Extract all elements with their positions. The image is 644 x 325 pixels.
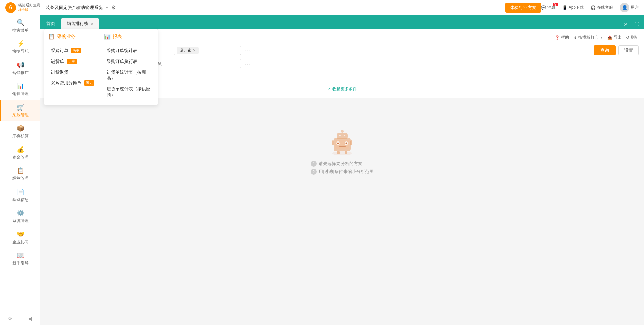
sidebar-item-purchase[interactable]: 🛒 采购管理 (0, 100, 40, 121)
user-avatar: 👤 (620, 3, 629, 12)
salesman-select[interactable] (174, 59, 241, 68)
salesman-more[interactable]: ··· (245, 61, 251, 66)
dropdown-divider (101, 33, 101, 100)
user-item[interactable]: 👤 用户 (620, 3, 639, 12)
settings-button[interactable]: 设置 (618, 45, 639, 55)
system-title-arrow[interactable]: ▼ (105, 6, 109, 9)
online-service-label: 在线客服 (597, 5, 613, 10)
goods-tag-close[interactable]: ✕ (193, 48, 196, 53)
user-label: 用户 (631, 5, 639, 10)
dropdown-inbound[interactable]: 进货单 历史 (48, 56, 98, 67)
purchase-order-label: 采购订单 (51, 48, 68, 54)
goods-select[interactable]: 设计素 ✕ (174, 46, 241, 55)
hint-num-2: 2 (311, 169, 317, 175)
trial-button[interactable]: 体验行业方案 (505, 3, 541, 13)
collapse-icon: ∧ (328, 87, 331, 91)
report-3-label: 进货单统计表（按商品） (107, 69, 151, 81)
sidebar-item-operation[interactable]: 📋 经营管理 (0, 164, 40, 185)
sidebar-item-sales[interactable]: 📊 销售管理 (0, 79, 40, 100)
sidebar-settings-btn[interactable]: ⚙ (0, 312, 20, 325)
message-icon: 💬 (541, 5, 546, 10)
purchase-header-label: 采购业务 (57, 34, 76, 40)
sidebar: 🔍 搜索菜单 ⚡ 快捷导航 📢 营销推广 📊 销售管理 🛒 采购管理 📦 库存核… (0, 15, 40, 325)
refresh-btn[interactable]: ↺ 刷新 (626, 35, 639, 40)
export-icon: 📤 (607, 35, 612, 40)
report-2-label: 采购订单执行表 (107, 58, 137, 65)
refresh-icon: ↺ (626, 35, 629, 40)
tab-home[interactable]: 首页 (41, 18, 61, 29)
system-title-area: 装备及固定资产辅助管理系统 ▼ ⚙ (46, 4, 505, 11)
hint-num-1: 1 (311, 161, 317, 167)
dropdown-report-4[interactable]: 进货单统计表（按供应商） (104, 84, 154, 100)
empty-state: 1 请先选择要分析的方案 2 用[过滤]条件来缩小分析范围 (40, 99, 644, 204)
sidebar-item-cooperation[interactable]: 🤝 企业协同 (0, 227, 40, 248)
help-label: 帮助 (561, 35, 569, 40)
help-icon: ❓ (554, 35, 560, 40)
operation-icon: 📋 (17, 167, 24, 174)
svg-rect-11 (345, 151, 347, 154)
sidebar-label-cooperation: 企业协同 (12, 239, 29, 245)
goods-more[interactable]: ··· (245, 48, 251, 53)
help-btn[interactable]: ❓ 帮助 (554, 35, 569, 40)
export-btn[interactable]: 📤 导出 (607, 35, 622, 40)
svg-point-13 (341, 130, 344, 133)
message-item[interactable]: 💬 消息 9 (541, 5, 556, 10)
avatar-icon: 👤 (622, 5, 628, 10)
message-badge: 9 (553, 3, 558, 6)
guide-icon: 📖 (17, 252, 24, 259)
dropdown-purchase-col: 📋 采购业务 采购订单 历史 进货单 历史 进货退货 采购费用分摊单 历史 (48, 33, 98, 100)
logo-badge: 标准版 (18, 8, 40, 12)
sidebar-item-marketing[interactable]: 📢 营销推广 (0, 58, 40, 79)
sidebar-label-inventory: 库存核算 (12, 133, 29, 139)
sidebar-label-finance: 资金管理 (12, 155, 29, 160)
print-btn[interactable]: 🖨 按模板打印 ▼ (573, 35, 603, 40)
tab-home-label: 首页 (46, 21, 55, 27)
purchase-header-icon: 📋 (48, 33, 55, 40)
online-service-item[interactable]: 🎧 在线客服 (591, 5, 613, 10)
sidebar-collapse-btn[interactable]: ◀ (20, 312, 40, 325)
sidebar-item-system[interactable]: ⚙️ 系统管理 (0, 206, 40, 227)
tab-close-btn[interactable]: ✕ (621, 19, 631, 29)
dropdown-cost[interactable]: 采购费用分摊单 历史 (48, 78, 98, 88)
svg-rect-7 (339, 146, 346, 147)
sales-icon: 📊 (17, 82, 24, 90)
system-settings-icon[interactable]: ⚙ (111, 4, 116, 11)
dropdown-report-3[interactable]: 进货单统计表（按商品） (104, 67, 154, 84)
header-right: 💬 消息 9 📱 App下载 🎧 在线客服 👤 用户 (541, 3, 639, 12)
svg-rect-8 (332, 140, 334, 145)
sidebar-label-purchase: 采购管理 (12, 112, 29, 118)
dropdown-report-header: 📊 报表 (104, 33, 154, 42)
dropdown-menu: 📋 采购业务 采购订单 历史 进货单 历史 进货退货 采购费用分摊单 历史 📊 … (44, 29, 158, 105)
refresh-label: 刷新 (631, 35, 639, 40)
svg-point-15 (344, 135, 345, 136)
dropdown-return[interactable]: 进货退货 (48, 67, 98, 78)
dropdown-purchase-order[interactable]: 采购订单 历史 (48, 45, 98, 56)
tab-sales-rank[interactable]: 销售排行榜 ✕ (61, 18, 99, 29)
tab-expand-btn[interactable]: ⛶ (632, 19, 641, 29)
dropdown-report-1[interactable]: 采购订单统计表 (104, 45, 154, 56)
finance-icon: 💰 (17, 146, 24, 153)
cost-badge: 历史 (84, 80, 94, 86)
sidebar-item-guide[interactable]: 📖 新手引导 (0, 248, 40, 270)
svg-rect-12 (337, 133, 348, 139)
tab-sales-rank-label: 销售排行榜 (67, 21, 88, 27)
print-arrow: ▼ (600, 36, 603, 39)
sidebar-item-inventory[interactable]: 📦 库存核算 (0, 121, 40, 143)
hint-text-2: 用[过滤]条件来缩小分析范围 (319, 169, 373, 175)
toolbar-right: ❓ 帮助 🖨 按模板打印 ▼ 📤 导出 ↺ (554, 35, 639, 40)
sidebar-item-basic[interactable]: 📄 基础信息 (0, 185, 40, 206)
svg-rect-9 (350, 140, 352, 145)
query-button[interactable]: 查询 (594, 45, 616, 55)
sidebar-label-operation: 经营管理 (12, 176, 29, 181)
svg-point-0 (332, 151, 352, 155)
app-download-item[interactable]: 📱 App下载 (562, 5, 584, 10)
dropdown-report-2[interactable]: 采购订单执行表 (104, 56, 154, 67)
export-label: 导出 (614, 35, 622, 40)
tab-close-icon[interactable]: ✕ (91, 22, 93, 26)
sidebar-item-finance[interactable]: 💰 资金管理 (0, 143, 40, 164)
goods-tag: 设计素 ✕ (177, 47, 199, 54)
sidebar-item-quick-nav[interactable]: ⚡ 快捷导航 (0, 37, 40, 58)
sidebar-item-search[interactable]: 🔍 搜索菜单 (0, 15, 40, 37)
sidebar-label-basic: 基础信息 (12, 197, 29, 203)
empty-illustration (325, 126, 359, 157)
